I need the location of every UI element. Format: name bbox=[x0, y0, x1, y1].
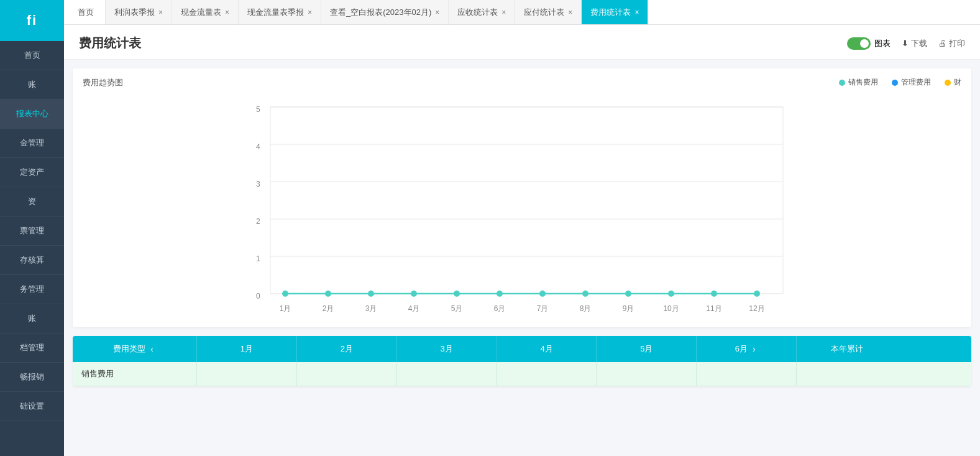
th-m5: 5月 bbox=[597, 336, 697, 362]
close-expense[interactable]: × bbox=[634, 8, 639, 17]
th-m6: 6月 › bbox=[697, 336, 797, 362]
svg-text:11月: 11月 bbox=[706, 304, 721, 313]
main-area: 首页 利润表季报 × 现金流量表 × 现金流量表季报 × 查看_空白报表(202… bbox=[64, 0, 980, 456]
td-m5 bbox=[597, 362, 697, 386]
td-ytd bbox=[797, 362, 897, 386]
svg-point-27 bbox=[368, 291, 374, 297]
svg-text:3月: 3月 bbox=[365, 304, 377, 313]
th-ytd: 本年累计 bbox=[797, 336, 897, 362]
th-m3: 3月 bbox=[397, 336, 497, 362]
sidebar-item-account[interactable]: 账 bbox=[0, 70, 64, 100]
svg-text:4月: 4月 bbox=[408, 304, 420, 313]
chart-toggle-label: 图表 bbox=[874, 38, 891, 49]
trend-chart: 5 4 3 2 1 0 1月 2月 bbox=[83, 95, 961, 319]
svg-point-25 bbox=[282, 291, 288, 297]
print-icon: 🖨 bbox=[938, 39, 946, 48]
th-m2: 2月 bbox=[297, 336, 397, 362]
td-m1 bbox=[197, 362, 297, 386]
th-m1: 1月 bbox=[197, 336, 297, 362]
svg-text:2月: 2月 bbox=[323, 304, 334, 313]
svg-point-26 bbox=[325, 291, 331, 297]
svg-point-33 bbox=[625, 291, 631, 297]
svg-point-28 bbox=[411, 291, 417, 297]
svg-point-29 bbox=[454, 291, 460, 297]
tab-blank-report[interactable]: 查看_空白报表(2023年02月) × bbox=[321, 0, 449, 24]
tab-cashflow[interactable]: 现金流量表 × bbox=[172, 0, 239, 24]
close-profit-quarter[interactable]: × bbox=[158, 8, 163, 17]
tab-profit-quarter[interactable]: 利润表季报 × bbox=[106, 0, 172, 24]
close-cashflow[interactable]: × bbox=[225, 8, 229, 17]
print-button[interactable]: 🖨 打印 bbox=[938, 38, 965, 49]
svg-text:1月: 1月 bbox=[280, 304, 291, 313]
chart-toggle[interactable] bbox=[847, 37, 871, 50]
svg-rect-12 bbox=[270, 107, 783, 294]
svg-text:0: 0 bbox=[256, 292, 260, 300]
svg-text:5月: 5月 bbox=[451, 304, 463, 313]
table-header: 费用类型 ‹ 1月 2月 3月 4月 5月 6月 › 本年累计 bbox=[73, 336, 971, 362]
sidebar-item-archive[interactable]: 档管理 bbox=[0, 333, 64, 363]
svg-point-32 bbox=[582, 291, 588, 297]
tab-cashflow-quarter[interactable]: 现金流量表季报 × bbox=[239, 0, 321, 24]
sidebar-item-ticket-mgmt[interactable]: 票管理 bbox=[0, 216, 64, 246]
table-row: 销售费用 bbox=[73, 362, 971, 386]
th-type: 费用类型 ‹ bbox=[73, 336, 197, 362]
close-payable[interactable]: × bbox=[568, 8, 572, 17]
close-receivable[interactable]: × bbox=[501, 8, 506, 17]
tab-receivable[interactable]: 应收统计表 × bbox=[449, 0, 515, 24]
td-type: 销售费用 bbox=[73, 362, 197, 386]
header-actions: 图表 ⬇ 下载 🖨 打印 bbox=[847, 37, 965, 50]
chart-title: 费用趋势图 bbox=[83, 77, 123, 88]
chart-section: 费用趋势图 销售费用 管理费用 财 bbox=[73, 68, 971, 327]
sidebar-item-report-center[interactable]: 报表中心 bbox=[0, 100, 64, 129]
download-icon: ⬇ bbox=[902, 39, 909, 48]
close-cashflow-quarter[interactable]: × bbox=[308, 8, 312, 17]
legend-dot-sales bbox=[839, 80, 845, 86]
legend-admin: 管理费用 bbox=[892, 77, 931, 88]
page-header: 费用统计表 图表 ⬇ 下载 🖨 打印 bbox=[64, 25, 980, 60]
svg-point-31 bbox=[539, 291, 546, 297]
next-month-arrow[interactable]: › bbox=[750, 344, 758, 354]
svg-text:1: 1 bbox=[256, 254, 260, 263]
legend-dot-admin bbox=[892, 80, 898, 86]
sidebar: fi 首页 账 报表中心 金管理 定资产 资 票管理 存核算 务管理 账 档管理… bbox=[0, 0, 64, 456]
svg-text:5: 5 bbox=[256, 105, 260, 114]
sidebar-item-service-mgmt[interactable]: 务管理 bbox=[0, 275, 64, 304]
sidebar-item-resource[interactable]: 资 bbox=[0, 187, 64, 216]
svg-text:6月: 6月 bbox=[494, 304, 506, 313]
svg-text:3: 3 bbox=[256, 180, 260, 188]
table-section: 费用类型 ‹ 1月 2月 3月 4月 5月 6月 › 本年累计 销售费用 bbox=[73, 336, 971, 386]
svg-text:7月: 7月 bbox=[537, 304, 549, 313]
sidebar-item-fixed-assets[interactable]: 定资产 bbox=[0, 158, 64, 187]
td-m4 bbox=[497, 362, 597, 386]
tab-payable[interactable]: 应付统计表 × bbox=[515, 0, 582, 24]
sidebar-item-basic-settings[interactable]: 础设置 bbox=[0, 392, 64, 421]
tab-expense[interactable]: 费用统计表 × bbox=[582, 0, 648, 24]
sidebar-item-clearance[interactable]: 畅报销 bbox=[0, 363, 64, 392]
sidebar-item-home[interactable]: 首页 bbox=[0, 41, 64, 70]
td-m3 bbox=[397, 362, 497, 386]
sidebar-item-inventory[interactable]: 存核算 bbox=[0, 246, 64, 275]
chart-legend: 销售费用 管理费用 财 bbox=[839, 77, 961, 88]
svg-point-36 bbox=[754, 291, 760, 297]
close-blank-report[interactable]: × bbox=[435, 8, 439, 17]
svg-text:4: 4 bbox=[256, 142, 260, 151]
legend-finance: 财 bbox=[945, 77, 961, 88]
sidebar-item-fund-mgmt[interactable]: 金管理 bbox=[0, 129, 64, 158]
svg-text:9月: 9月 bbox=[623, 304, 634, 313]
legend-dot-finance bbox=[945, 80, 951, 86]
prev-month-arrow[interactable]: ‹ bbox=[148, 344, 156, 354]
svg-text:8月: 8月 bbox=[580, 304, 592, 313]
svg-point-35 bbox=[711, 291, 717, 297]
sidebar-item-ledger[interactable]: 账 bbox=[0, 304, 64, 333]
th-m4: 4月 bbox=[497, 336, 597, 362]
chart-toggle-wrap[interactable]: 图表 bbox=[847, 37, 891, 50]
page-title: 费用统计表 bbox=[79, 35, 141, 52]
tab-home[interactable]: 首页 bbox=[66, 0, 106, 24]
download-button[interactable]: ⬇ 下载 bbox=[902, 38, 927, 49]
svg-point-34 bbox=[668, 291, 674, 297]
svg-point-30 bbox=[497, 291, 503, 297]
chart-container: 5 4 3 2 1 0 1月 2月 bbox=[83, 95, 961, 319]
tab-bar: 首页 利润表季报 × 现金流量表 × 现金流量表季报 × 查看_空白报表(202… bbox=[64, 0, 980, 25]
svg-text:12月: 12月 bbox=[749, 304, 764, 313]
svg-text:10月: 10月 bbox=[663, 304, 679, 313]
